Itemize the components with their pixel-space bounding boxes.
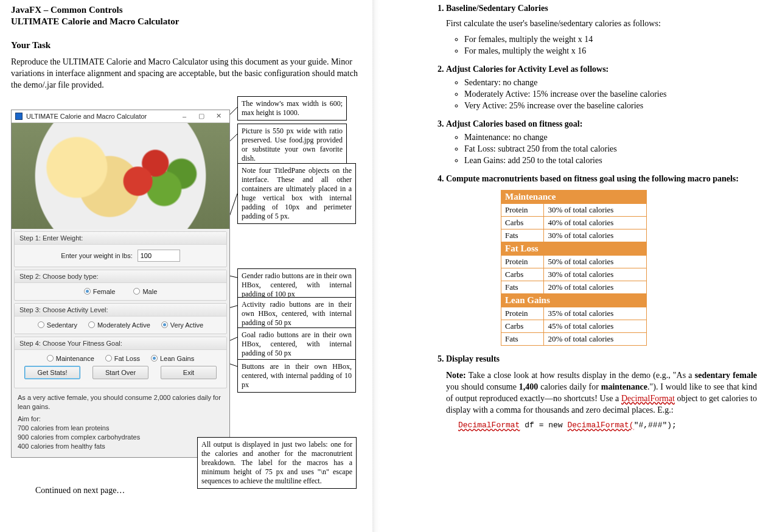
goal-fatloss: Fat Loss: subtract 250 from the total ca…	[464, 144, 757, 154]
activity-moderate: Moderately Active: 15% increase over the…	[464, 89, 757, 99]
callout-output: All output is displayed in just two labe…	[197, 437, 357, 489]
result-calories-line: As a very active female, you should cons…	[18, 393, 223, 411]
result-aim: Aim for:	[18, 415, 223, 424]
minimize-button[interactable]: –	[176, 113, 193, 120]
app-title: ULTIMATE Calorie and Macro Calculator	[26, 113, 147, 120]
title-bar: ULTIMATE Calorie and Macro Calculator – …	[12, 110, 229, 123]
radio-lean-gains[interactable]: Lean Gains	[151, 355, 194, 362]
food-image	[12, 123, 229, 229]
activity-sedentary: Sedentary: no change	[464, 78, 757, 88]
hdr-maintenance: Maintenance	[501, 190, 647, 203]
baseline-desc: First calculate the user's baseline/sede…	[446, 18, 757, 30]
maximize-button[interactable]: ▢	[193, 112, 210, 120]
app-window: ULTIMATE Calorie and Macro Calculator – …	[11, 110, 230, 458]
code-sample: DecimalFormat df = new DecimalFormat("#,…	[458, 421, 757, 430]
hdr-fatloss: Fat Loss	[501, 242, 647, 255]
callout-goal: Goal radio buttons are in their own HBox…	[237, 327, 356, 361]
pane-step3: Step 3: Choose Activity Level: Sedentary…	[14, 303, 227, 334]
weight-label: Enter your weight in lbs:	[61, 252, 132, 259]
callout-activity: Activity radio buttons are in their own …	[237, 297, 356, 331]
result-protein: 700 calories from lean proteins	[18, 424, 223, 433]
heading-your-task: Your Task	[11, 40, 361, 51]
svg-line-0	[230, 107, 237, 114]
macro-table: Maintenance Protein30% of total calories…	[501, 190, 647, 346]
instructions-list: Baseline/Sedentary Calories First calcul…	[435, 4, 757, 430]
radio-female[interactable]: Female	[84, 288, 116, 295]
hdr-lean: Lean Gains	[501, 293, 647, 307]
task-paragraph: Reproduce the ULTIMATE Calorie and Macro…	[11, 57, 361, 91]
right-column: Baseline/Sedentary Calories First calcul…	[383, 0, 774, 532]
pane-step2: Step 2: Choose body type: Female Male	[14, 270, 227, 301]
radio-very-active[interactable]: Very Active	[161, 321, 203, 329]
start-over-button[interactable]: Start Over	[92, 366, 148, 379]
item-activity: Adjust Calories for Activity Level as fo…	[446, 65, 757, 111]
radio-male[interactable]: Male	[133, 288, 157, 295]
baseline-male: For males, multiply the weight x 16	[464, 46, 757, 56]
radio-moderate[interactable]: Moderately Active	[88, 321, 150, 329]
radio-fat-loss[interactable]: Fat Loss	[105, 355, 140, 362]
callout-buttons: Buttons are in their own HBox, centered,…	[237, 359, 356, 393]
activity-very: Very Active: 25% increase over the basel…	[464, 101, 757, 111]
app-icon	[15, 113, 23, 120]
radio-maintenance[interactable]: Maintenance	[47, 355, 94, 362]
goal-maintenance: Maintenance: no change	[464, 133, 757, 142]
pane-step1-header: Step 1: Enter Weight:	[15, 232, 226, 245]
goal-lean: Lean Gains: add 250 to the total calorie…	[464, 156, 757, 166]
baseline-female: For females, multiply the weight x 14	[464, 35, 757, 44]
left-column: JavaFX – Common Controls ULTIMATE Calori…	[0, 0, 372, 532]
pane-step4-header: Step 4: Choose Your Fitness Goal:	[15, 337, 226, 350]
page-container: JavaFX – Common Controls ULTIMATE Calori…	[0, 0, 774, 532]
display-note: Note: Take a close look at how results d…	[446, 370, 757, 416]
callout-picture: Picture is 550 px wide with ratio preser…	[237, 124, 347, 166]
item-display: Display results Note: Take a close look …	[446, 354, 757, 430]
get-stats-button[interactable]: Get Stats!	[24, 366, 80, 379]
callout-window-size: The window's max width is 600; max heigh…	[237, 96, 347, 121]
result-carbs: 900 calories from complex carbohydrates	[18, 433, 223, 442]
page-divider	[372, 0, 383, 532]
pane-step1: Step 1: Enter Weight: Enter your weight …	[14, 231, 227, 267]
app-area: ULTIMATE Calorie and Macro Calculator – …	[11, 96, 361, 467]
pane-step4: Step 4: Choose Your Fitness Goal: Mainte…	[14, 337, 227, 388]
item-baseline: Baseline/Sedentary Calories First calcul…	[446, 4, 757, 56]
pane-step3-header: Step 3: Choose Activity Level:	[15, 304, 226, 317]
pane-step2-header: Step 2: Choose body type:	[15, 270, 226, 283]
result-fats: 400 calories from healthy fats	[18, 442, 223, 451]
heading-javafx: JavaFX – Common Controls	[11, 5, 361, 15]
radio-sedentary[interactable]: Sedentary	[38, 321, 77, 329]
item-macros: Compute macronutrients based on fitness …	[446, 174, 757, 346]
item-goal: Adjust Calories based on fitness goal: M…	[446, 119, 757, 166]
weight-input[interactable]	[138, 250, 180, 262]
close-button[interactable]: ✕	[210, 112, 227, 120]
callout-titledpanes: Note four TitledPane objects on the inte…	[237, 163, 356, 224]
exit-button[interactable]: Exit	[161, 366, 217, 379]
heading-subtitle: ULTIMATE Calorie and Macro Calculator	[11, 16, 361, 27]
